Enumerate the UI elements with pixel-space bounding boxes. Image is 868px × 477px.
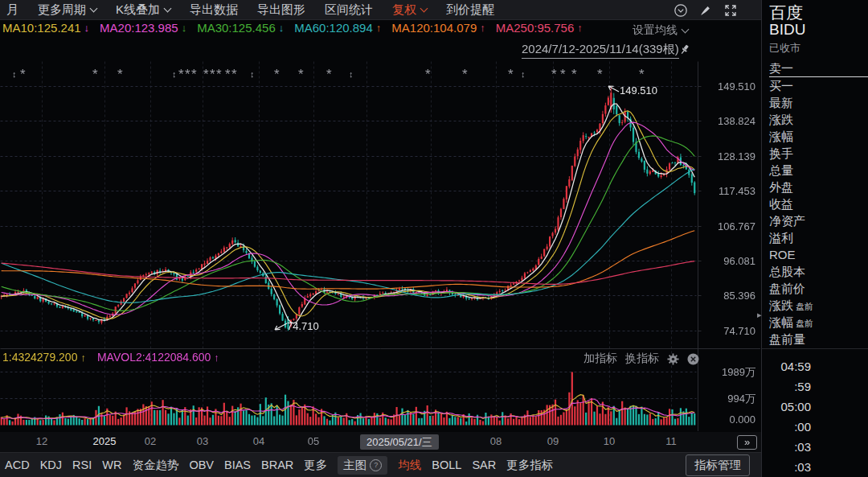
toolbar-item-7[interactable]: 复权 <box>392 2 427 18</box>
event-marker-icon[interactable]: * <box>425 67 431 83</box>
fast-forward-button[interactable]: » <box>737 435 757 450</box>
brush-icon[interactable] <box>698 3 713 18</box>
tab-资金趋势[interactable]: 资金趋势 <box>132 458 178 473</box>
trend-arrow-icon: ↑ <box>214 352 219 364</box>
quote-field-label: 买一 <box>769 77 868 94</box>
time-axis-label: 12 <box>36 435 47 447</box>
event-marker-icon[interactable]: * <box>551 67 557 83</box>
add-indicator-button[interactable]: 加指标 <box>583 352 617 366</box>
tab-bias[interactable]: BIAS <box>224 458 251 471</box>
time-axis-label: 10 <box>604 435 615 447</box>
stock-symbol: BIDU <box>769 21 805 39</box>
price-tick-label: 117.453 <box>701 185 755 197</box>
toolbar-item-3[interactable]: K线叠加 <box>116 2 170 18</box>
quote-field-label: 盘前量 <box>769 331 868 347</box>
ma-value-label: MA60:120.894 <box>294 21 373 35</box>
trade-time: 05:00 <box>769 397 811 417</box>
event-marker-icon[interactable]: * <box>462 67 468 83</box>
event-marker-icon[interactable]: * <box>191 67 197 83</box>
event-marker-icon[interactable]: * <box>571 67 577 83</box>
event-marker-icon[interactable]: * <box>298 67 304 83</box>
history-icon[interactable] <box>674 3 688 18</box>
quote-field-label: 盘前价 <box>769 280 868 297</box>
event-marker-icon[interactable]: * <box>178 67 184 83</box>
tab-更多[interactable]: 更多 <box>304 458 327 473</box>
ma-value-4: MA60:120.894↑ <box>294 21 381 35</box>
event-marker-icon[interactable]: ↕ <box>12 69 17 79</box>
quote-field-label: 最新 <box>769 94 868 111</box>
toolbar-item-6[interactable]: 区间统计 <box>325 2 373 18</box>
event-marker-icon[interactable]: ↕ <box>172 69 177 79</box>
volume-tick-label: 1989万 <box>701 365 755 380</box>
quote-field-label: ROE <box>769 246 868 263</box>
low-price-annotation: 74.710 <box>287 320 319 332</box>
ma-value-label: MA30:125.456 <box>197 21 276 35</box>
price-tick-label: 74.710 <box>701 325 755 337</box>
toolbar-item-1[interactable]: 月 <box>6 2 18 18</box>
price-tick-label: 138.824 <box>701 115 755 127</box>
toolbar-item-2[interactable]: 更多周期 <box>38 2 96 18</box>
tab-boll[interactable]: BOLL <box>432 458 461 471</box>
ma-settings-button[interactable]: 设置均线 <box>633 23 688 38</box>
event-marker-icon[interactable]: * <box>185 67 190 83</box>
tab-更多指标[interactable]: 更多指标 <box>506 458 553 473</box>
price-tick-label: 106.767 <box>701 220 755 232</box>
high-price-annotation: 149.510 <box>620 84 657 97</box>
event-marker-icon[interactable]: * <box>231 67 237 83</box>
event-marker-icon[interactable]: * <box>117 67 123 83</box>
event-marker-icon[interactable]: * <box>326 67 332 83</box>
toolbar-item-8[interactable]: 到价提醒 <box>446 2 494 18</box>
chevron-down-icon <box>420 5 428 13</box>
ma-value-6: MA250:95.756↑ <box>496 21 583 35</box>
event-marker-icon[interactable]: * <box>225 67 231 83</box>
event-marker-icon[interactable]: ↕ <box>349 69 354 79</box>
trend-arrow-icon: ↑ <box>577 22 583 34</box>
trend-arrow-icon: ↑ <box>480 22 485 34</box>
gear-icon[interactable] <box>667 353 679 365</box>
top-toolbar: 月更多周期K线叠加导出数据导出图形区间统计复权到价提醒 <box>0 0 761 20</box>
event-marker-icon[interactable]: * <box>92 67 98 83</box>
event-marker-icon[interactable]: * <box>597 67 603 83</box>
quote-field-label: 总量 <box>769 162 868 179</box>
tab-sar[interactable]: SAR <box>472 458 496 471</box>
event-marker-icon[interactable]: * <box>274 67 280 83</box>
event-marker-icon[interactable]: * <box>203 67 209 83</box>
collapse-handle-icon[interactable]: ▸ <box>757 310 762 320</box>
date-range-label[interactable]: 2024/7/12-2025/11/14(339根) <box>522 42 679 59</box>
selected-date-box[interactable]: 2025/05/21/三 <box>360 434 439 450</box>
pin-icon[interactable] <box>679 43 691 56</box>
help-icon[interactable]: ? <box>370 459 382 471</box>
sidebar-divider <box>762 348 868 349</box>
event-marker-icon[interactable]: * <box>20 67 26 83</box>
tab-kdj[interactable]: KDJ <box>40 458 62 471</box>
trade-time: :03 <box>769 457 811 477</box>
time-axis-label: 09 <box>547 435 559 447</box>
switch-indicator-button[interactable]: 换指标 <box>625 352 659 366</box>
event-marker-icon[interactable]: ↕ <box>250 69 255 79</box>
tab-均线[interactable]: 均线 <box>398 458 421 473</box>
tab-obv[interactable]: OBV <box>189 458 214 471</box>
ma-value-3: MA30:125.456↓ <box>197 21 284 35</box>
event-marker-icon[interactable]: * <box>639 67 645 83</box>
tab-rsi[interactable]: RSI <box>72 458 92 471</box>
event-marker-icon[interactable]: * <box>560 67 566 83</box>
event-marker-icon[interactable]: * <box>216 67 222 83</box>
event-marker-icon[interactable]: * <box>508 67 514 83</box>
tab-brar[interactable]: BRAR <box>261 458 293 471</box>
toolbar-item-5[interactable]: 导出图形 <box>257 2 305 18</box>
indicator-manage-button[interactable]: 指标管理 <box>686 454 750 476</box>
mavol-value-2: MAVOL2:4122084.600↑ <box>97 351 219 364</box>
tab-acd[interactable]: ACD <box>5 458 30 471</box>
time-axis-label: 02 <box>145 435 156 447</box>
toolbar-item-4[interactable]: 导出数据 <box>190 2 238 18</box>
fullscreen-icon[interactable] <box>723 3 738 18</box>
close-pane-icon[interactable] <box>687 353 699 365</box>
event-marker-icon[interactable]: * <box>210 67 215 83</box>
quote-field-label: 涨跌 盘前 <box>769 297 868 314</box>
tab-wr[interactable]: WR <box>102 458 121 471</box>
ma-value-label: MA250:95.756 <box>496 21 575 35</box>
quote-field-label: 换手 <box>769 145 868 162</box>
event-marker-icon[interactable]: ↕ <box>521 69 526 79</box>
volume-pane-controls: 加指标 换指标 <box>583 352 699 366</box>
main-chart-pill[interactable]: 主图? <box>338 456 387 475</box>
